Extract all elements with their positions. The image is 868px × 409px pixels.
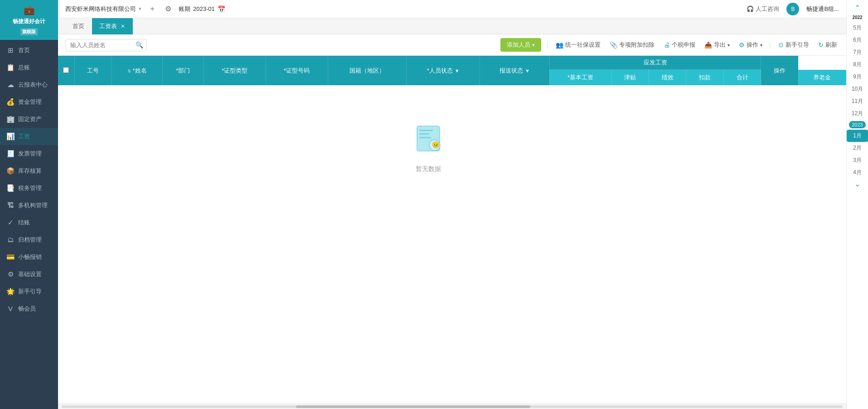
- th-base-salary: *基本工资: [549, 70, 611, 86]
- scrollbar-thumb[interactable]: [296, 405, 530, 408]
- sidebar-item-ledger[interactable]: 📋 总账: [0, 59, 58, 76]
- archive-icon: 🗂: [6, 236, 15, 243]
- service-button[interactable]: 🎧 人工咨询: [747, 5, 779, 13]
- scrollbar-track[interactable]: [62, 405, 843, 408]
- th-operations: 操作: [761, 56, 798, 85]
- period-value: 2023-01: [193, 5, 215, 12]
- th-id-no: *证型号码: [266, 56, 328, 85]
- refresh-label: 刷新: [825, 41, 837, 49]
- service-label: 人工咨询: [756, 5, 779, 13]
- sidebar-item-cloud-report[interactable]: ☁ 云报表中心: [0, 76, 58, 93]
- user-name[interactable]: 畅捷通B组...: [806, 5, 839, 13]
- month-2023-02[interactable]: 2月: [847, 142, 868, 154]
- export-button[interactable]: 📤 导出 ▾: [703, 41, 732, 49]
- month-2022-12[interactable]: 12月: [847, 107, 868, 120]
- guide-toolbar-icon: ⊙: [778, 41, 784, 49]
- separator-1: |: [547, 42, 548, 49]
- sidebar-item-inventory[interactable]: 📦 库存核算: [0, 162, 58, 180]
- special-deduction-label: 专项附加扣除: [619, 41, 655, 49]
- export-arrow-icon: ▾: [727, 43, 730, 48]
- scroll-up-button[interactable]: ⌃: [847, 3, 868, 13]
- company-name: 西安虾米网络科技有限公司: [65, 5, 136, 13]
- settings-button[interactable]: ⚙: [163, 4, 173, 14]
- operations-button[interactable]: ⚙ 操作 ▾: [737, 41, 764, 49]
- month-2022-06[interactable]: 6月: [847, 34, 868, 46]
- sidebar-item-settings[interactable]: ⚙ 基础设置: [0, 266, 58, 283]
- th-checkbox[interactable]: [58, 56, 74, 85]
- export-label: 导出: [714, 41, 726, 49]
- refresh-icon: ↻: [818, 41, 824, 49]
- month-2022-09[interactable]: 9月: [847, 71, 868, 83]
- sidebar-label-inventory: 库存核算: [18, 167, 42, 175]
- month-2022-10[interactable]: 10月: [847, 83, 868, 95]
- company-selector[interactable]: 西安虾米网络科技有限公司 ▾: [65, 5, 141, 13]
- th-name: ⇅ *姓名: [112, 56, 162, 85]
- status-filter-icon[interactable]: ▼: [455, 68, 460, 73]
- refresh-button[interactable]: ↻ 刷新: [816, 41, 839, 49]
- sidebar-label-archive: 归档管理: [18, 236, 42, 244]
- sidebar-item-fixed-assets[interactable]: 🏢 固定资产: [0, 111, 58, 128]
- tax-report-button[interactable]: 🖨 个税申报: [662, 41, 697, 49]
- sidebar-item-member[interactable]: V 畅会员: [0, 300, 58, 317]
- logo-sub: 旗舰版: [20, 28, 38, 35]
- name-sort-icon[interactable]: ⇅: [127, 68, 131, 73]
- month-2023-01[interactable]: 1月: [847, 130, 868, 142]
- month-2022-07[interactable]: 7月: [847, 46, 868, 58]
- svg-text:😐: 😐: [432, 141, 440, 149]
- month-2023-04[interactable]: 4月: [847, 166, 868, 179]
- add-company-button[interactable]: ＋: [147, 3, 158, 15]
- th-country: 国籍（地区）: [328, 56, 407, 85]
- topbar-right: 🎧 人工咨询 B 畅捷通B组...: [747, 3, 839, 15]
- sidebar-label-home: 首页: [18, 46, 30, 54]
- add-employee-button[interactable]: 添加人员 ▾: [500, 38, 541, 52]
- tax-icon: 📑: [6, 184, 15, 192]
- month-2022-11[interactable]: 11月: [847, 95, 868, 107]
- th-performance: 绩效: [649, 70, 686, 86]
- sidebar-nav: ⊞ 首页 📋 总账 ☁ 云报表中心 💰 资金管理 🏢 固定资产 📊 工资 🧾 发…: [0, 40, 58, 409]
- main-area: 西安虾米网络科技有限公司 ▾ ＋ ⚙ 账期 2023-01 📅 🎧 人工咨询 B…: [58, 0, 846, 409]
- special-deduction-button[interactable]: 📎 专项附加扣除: [608, 41, 656, 49]
- sidebar-item-home[interactable]: ⊞ 首页: [0, 42, 58, 59]
- bottom-scrollbar[interactable]: [58, 404, 846, 409]
- sidebar-item-settlement[interactable]: ✓ 结账: [0, 214, 58, 231]
- th-salary-group: 应发工资: [549, 56, 761, 70]
- sidebar-item-invoice[interactable]: 🧾 发票管理: [0, 145, 58, 162]
- empty-text: 暂无数据: [416, 165, 441, 173]
- sidebar-item-salary[interactable]: 📊 工资: [0, 128, 58, 145]
- report-status-filter-icon[interactable]: ▼: [525, 68, 530, 73]
- expense-icon: 💳: [6, 253, 15, 261]
- date-panel: ⌃ 2022 5月 6月 7月 8月 9月 10月 11月 12月 2023 1…: [846, 0, 868, 409]
- sidebar-label-ledger: 总账: [18, 63, 30, 72]
- sidebar-label-expense: 小畅报销: [18, 253, 42, 261]
- sidebar-item-guide[interactable]: 🌟 新手引导: [0, 283, 58, 300]
- search-input[interactable]: [65, 39, 147, 51]
- empty-state: 😐 暂无数据: [58, 85, 798, 209]
- cloud-icon: ☁: [6, 81, 15, 89]
- settlement-icon: ✓: [6, 219, 15, 227]
- calendar-icon[interactable]: 📅: [218, 5, 225, 13]
- operations-arrow-icon: ▾: [760, 43, 762, 48]
- select-all-checkbox[interactable]: [63, 67, 69, 73]
- month-2022-08[interactable]: 8月: [847, 58, 868, 71]
- sidebar-item-tax[interactable]: 📑 税务管理: [0, 180, 58, 197]
- inventory-icon: 📦: [6, 167, 15, 175]
- tab-home[interactable]: 首页: [65, 18, 92, 34]
- company-chevron-down-icon: ▾: [139, 6, 141, 12]
- sidebar-item-expense[interactable]: 💳 小畅报销: [0, 248, 58, 266]
- month-2023-03[interactable]: 3月: [847, 154, 868, 166]
- separator-2: |: [770, 42, 771, 49]
- sidebar-item-multi-org[interactable]: 🏗 多机构管理: [0, 197, 58, 214]
- social-security-button[interactable]: 👥 统一社保设置: [554, 41, 602, 49]
- month-2022-05[interactable]: 5月: [847, 22, 868, 34]
- search-button[interactable]: 🔍: [136, 41, 143, 49]
- scroll-down-button[interactable]: ⌄: [847, 179, 868, 189]
- sidebar-label-cloud: 云报表中心: [18, 81, 48, 89]
- sidebar-item-fund[interactable]: 💰 资金管理: [0, 93, 58, 111]
- guide-button[interactable]: ⊙ 新手引导: [776, 41, 811, 49]
- tab-salary-table[interactable]: 工资表 ✕: [92, 18, 133, 34]
- add-dropdown-arrow-icon: ▾: [532, 42, 535, 48]
- sidebar-item-archive[interactable]: 🗂 归档管理: [0, 231, 58, 248]
- tab-close-icon[interactable]: ✕: [121, 23, 125, 29]
- settings-icon: ⚙: [6, 270, 15, 278]
- logo-name: 畅捷通好会计: [13, 18, 45, 25]
